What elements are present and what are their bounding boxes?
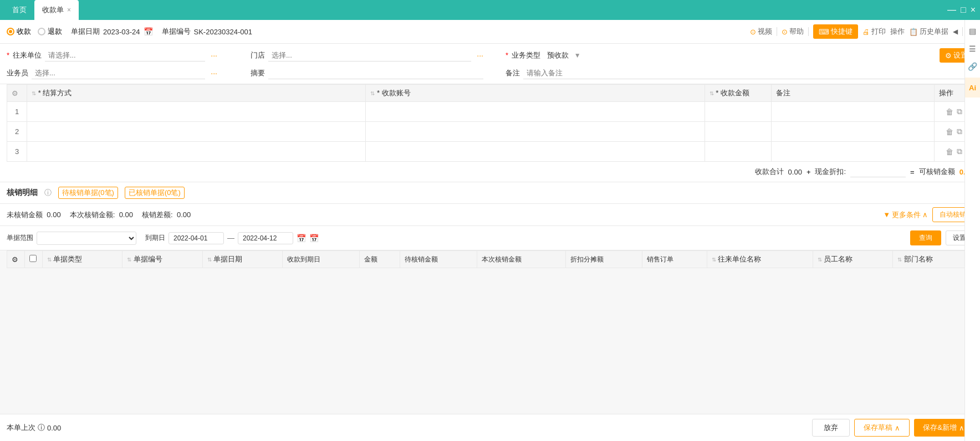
hx-gear-icon[interactable]: ⚙: [12, 255, 18, 264]
nav-left[interactable]: ◀: [953, 28, 958, 35]
radio-group: 收款 退款: [7, 27, 62, 37]
number-field: 单据编号 SK-20230324-001: [162, 27, 253, 37]
col-amount: ⇅ * 收款金额: [705, 85, 771, 102]
more-conditions-btn[interactable]: ▼ 更多条件 ∧: [883, 210, 928, 220]
hx-select-all[interactable]: [29, 255, 37, 262]
party-input[interactable]: [45, 49, 206, 61]
date-to-input[interactable]: [238, 232, 293, 244]
hx-col-pending: 待核销金额: [400, 251, 477, 268]
cell-amount-2[interactable]: [705, 122, 771, 142]
shortcut-label: 快捷键: [831, 27, 853, 37]
hx-done-tab[interactable]: 已核销单据(0笔): [125, 187, 185, 199]
help-label: 帮助: [789, 27, 804, 37]
cell-amount-1[interactable]: [705, 102, 771, 122]
calendar-icon[interactable]: 📅: [144, 27, 153, 36]
toolbar-right: ⊙ 视频 ⊙ 帮助 ⌨ 快捷键 🖨 打印 操作 📋 历史单据: [750, 24, 973, 39]
cell-remark-3[interactable]: [771, 142, 934, 162]
date-from-input[interactable]: [169, 232, 224, 244]
unchecked-label: 未核销金额 0.00: [7, 210, 61, 220]
operate-label: 操作: [890, 27, 905, 37]
delete-icon-1[interactable]: 🗑: [946, 107, 953, 116]
window-controls: — □ ×: [947, 5, 976, 15]
maximize-icon[interactable]: □: [961, 5, 966, 15]
table-area: ⚙ ⇅ * 结算方式 ⇅ * 收款账号 ⇅ * 收款金额: [0, 84, 980, 162]
bottom-value: 0.00: [47, 424, 61, 432]
col-remark: 备注: [771, 85, 934, 102]
save-new-label: 保存&新增: [923, 423, 957, 433]
shop-label: 门店: [251, 50, 265, 60]
summary-field: 摘要: [251, 67, 483, 79]
history-btn[interactable]: 📋 历史单据: [909, 27, 948, 37]
save-new-chevron: ∧: [959, 424, 964, 432]
query-btn[interactable]: 查询: [910, 230, 941, 245]
radio-tuikuan[interactable]: 退款: [38, 27, 62, 37]
cell-settle-3[interactable]: [27, 142, 366, 162]
salesman-more-icon[interactable]: ···: [211, 69, 217, 78]
gear-icon[interactable]: ⚙: [12, 89, 18, 98]
print-btn[interactable]: 🖨 打印: [862, 27, 886, 37]
tab-active[interactable]: 收款单 ×: [34, 0, 79, 20]
sidebar-icon-list[interactable]: ☰: [966, 42, 979, 55]
cal-to-icon[interactable]: 📅: [309, 234, 319, 243]
tab-close-icon[interactable]: ×: [67, 0, 71, 20]
save-draft-btn[interactable]: 保存草稿 ∧: [854, 419, 910, 437]
remark-input[interactable]: [523, 67, 973, 79]
divider1: [777, 27, 777, 36]
abandon-btn[interactable]: 放弃: [812, 419, 850, 437]
copy-icon-2[interactable]: ⧉: [957, 127, 962, 136]
sidebar-icon-ai[interactable]: Ai: [965, 78, 981, 98]
cell-account-2[interactable]: [366, 122, 705, 142]
hx-col-duedate: 收款到期日: [283, 251, 359, 268]
copy-icon-1[interactable]: ⧉: [957, 107, 962, 116]
tab-bar: 首页 收款单 × — □ ×: [0, 0, 980, 20]
shop-input[interactable]: [268, 49, 471, 61]
cell-account-1[interactable]: [366, 102, 705, 122]
summary-label: 摘要: [251, 68, 265, 78]
net-label: 可核销金额: [919, 167, 955, 177]
biz-type-label: * 业务类型: [506, 50, 540, 60]
video-label: 视频: [758, 27, 772, 37]
cell-settle-2[interactable]: [27, 122, 366, 142]
party-more-icon[interactable]: ···: [211, 51, 217, 60]
cal-from-icon[interactable]: 📅: [297, 234, 306, 243]
sidebar-icon-table[interactable]: ▤: [966, 24, 979, 38]
radio-shoukuan[interactable]: 收款: [7, 27, 31, 37]
range-select[interactable]: [37, 232, 136, 245]
delete-icon-2[interactable]: 🗑: [946, 127, 953, 136]
shop-more-icon[interactable]: ···: [477, 51, 483, 60]
hx-checkbox-header[interactable]: [25, 251, 43, 268]
biz-type-dropdown-icon[interactable]: ▼: [574, 52, 581, 59]
cell-account-3[interactable]: [366, 142, 705, 162]
main-content: 收款 退款 单据日期 2023-03-24 📅 单据编号 SK-20230324…: [0, 20, 980, 441]
hx-pending-tab[interactable]: 待核销单据(0笔): [58, 187, 118, 199]
copy-icon-3[interactable]: ⧉: [957, 147, 962, 156]
hx-info-icon[interactable]: ⓘ: [44, 188, 52, 198]
table-gear-header[interactable]: ⚙: [7, 85, 27, 102]
minimize-icon[interactable]: —: [947, 5, 956, 15]
delete-icon-3[interactable]: 🗑: [946, 147, 953, 156]
salesman-label: 业务员: [7, 68, 28, 78]
date-label: 单据日期: [71, 27, 100, 37]
video-btn[interactable]: ⊙ 视频: [750, 27, 772, 37]
operate-btn[interactable]: 操作: [890, 27, 905, 37]
salesman-input[interactable]: [32, 67, 205, 79]
hx-col-dept: ⇅ 部门名称: [893, 251, 973, 268]
summary-input[interactable]: [268, 67, 483, 79]
help-icon: ⊙: [782, 28, 788, 36]
discount-input[interactable]: [850, 166, 906, 177]
hx-section: 核销明细 ⓘ 待核销单据(0笔) 已核销单据(0笔) 未核销金额 0.00 本次…: [0, 182, 980, 414]
bottom-info-icon[interactable]: ⓘ: [38, 423, 45, 433]
bottom-info: 本单上次 ⓘ 0.00: [7, 423, 61, 433]
cell-remark-2[interactable]: [771, 122, 934, 142]
cell-amount-3[interactable]: [705, 142, 771, 162]
unchecked-value: 0.00: [47, 211, 60, 219]
shortcut-btn[interactable]: ⌨ 快捷键: [813, 24, 858, 39]
close-icon[interactable]: ×: [971, 5, 976, 15]
tab-home[interactable]: 首页: [4, 0, 34, 20]
tab-active-label: 收款单: [42, 0, 64, 20]
sidebar-icon-link[interactable]: 🔗: [966, 60, 979, 73]
help-btn[interactable]: ⊙ 帮助: [782, 27, 804, 37]
cell-settle-1[interactable]: [27, 102, 366, 122]
cell-remark-1[interactable]: [771, 102, 934, 122]
hx-gear-header[interactable]: ⚙: [7, 251, 25, 268]
